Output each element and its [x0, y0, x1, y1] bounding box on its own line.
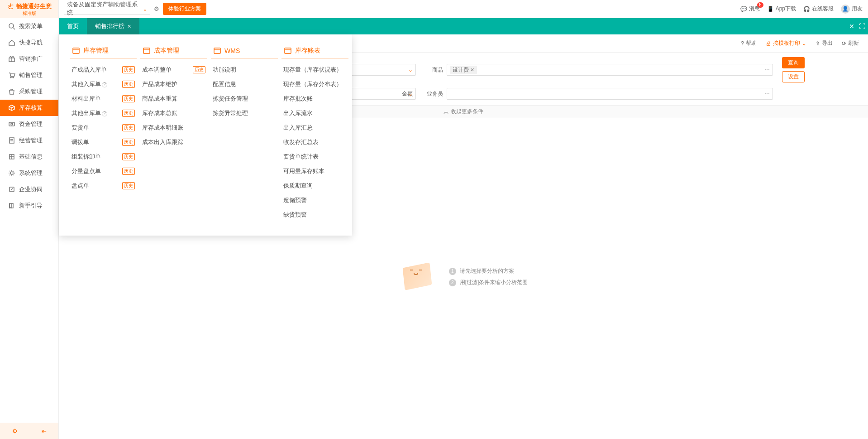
export-link[interactable]: ⇪ 导出: [816, 39, 833, 47]
history-tag[interactable]: 历史: [122, 95, 135, 102]
mega-column-header: 成本管理: [140, 43, 207, 59]
history-tag[interactable]: 历史: [122, 110, 135, 117]
mega-menu-item[interactable]: 成本出入库跟踪: [140, 135, 207, 150]
filter-salesman-input[interactable]: ⋯: [447, 88, 773, 100]
system-select[interactable]: 装备及固定资产辅助管理系统 ⌄: [64, 3, 150, 15]
mega-item-label: 出入库流水: [283, 109, 313, 117]
sidebar-item-data[interactable]: 基础信息: [0, 149, 58, 165]
filter-goods-input[interactable]: 设计费 ✕ ⋯: [447, 64, 773, 76]
brand-block[interactable]: ㄜ 畅捷通好生意 标准版: [0, 0, 58, 18]
industry-plan-button[interactable]: 体验行业方案: [163, 3, 206, 15]
query-button[interactable]: 查询: [782, 57, 805, 68]
mega-menu-item[interactable]: 库存成本总账: [140, 106, 207, 121]
sidebar-item-bag[interactable]: 采购管理: [0, 83, 58, 100]
more-icon[interactable]: ⋯: [764, 91, 770, 97]
history-tag[interactable]: 历史: [122, 124, 135, 131]
collapse-sidebar-icon[interactable]: ⇤: [42, 428, 47, 434]
messages-link[interactable]: 💬 消息 6: [740, 5, 760, 13]
mega-menu-item[interactable]: 盘点单历史: [70, 178, 137, 193]
mega-menu-item[interactable]: 拣货异常处理: [211, 106, 278, 121]
mega-menu-item[interactable]: 库存批次账: [281, 92, 348, 106]
phone-icon: 📱: [767, 6, 774, 12]
mega-menu-item[interactable]: 出入库汇总: [281, 121, 348, 135]
collapse-label: 收起更多条件: [451, 108, 483, 116]
mega-item-label: 成本出入库跟踪: [142, 138, 183, 146]
mega-menu-item[interactable]: 其他出库单?历史: [70, 106, 137, 121]
mega-menu-item[interactable]: 产成品入库单历史: [70, 63, 137, 77]
history-tag[interactable]: 历史: [122, 81, 135, 88]
filter-salesman-label: 业务员: [425, 90, 443, 98]
mega-menu-item[interactable]: 材料出库单历史: [70, 92, 137, 106]
settings-button[interactable]: 设置: [782, 71, 805, 82]
mega-menu-item[interactable]: 组装拆卸单历史: [70, 150, 137, 164]
sidebar-item-search[interactable]: 搜索菜单: [0, 18, 58, 34]
refresh-link[interactable]: ⟳ 刷新: [842, 39, 859, 47]
history-tag[interactable]: 历史: [122, 168, 135, 175]
sidebar-item-home[interactable]: 快捷导航: [0, 34, 58, 51]
more-icon[interactable]: ⋯: [764, 67, 770, 73]
template-print-link[interactable]: 🖨 按模板打印 ⌄: [766, 39, 806, 47]
help-hint-icon[interactable]: ?: [102, 82, 107, 87]
mega-menu-item[interactable]: 现存量（库存分布表）: [281, 77, 348, 92]
tab[interactable]: 销售排行榜✕: [87, 18, 139, 34]
mega-menu-item[interactable]: 缺货预警: [281, 207, 348, 222]
tab-close-icon[interactable]: ✕: [127, 24, 131, 29]
mega-item-label: 现存量（库存状况表）: [283, 66, 342, 74]
help-hint-icon[interactable]: ?: [102, 111, 107, 116]
mega-item-label: 超储预警: [283, 196, 307, 204]
system-settings-icon[interactable]: ⚙: [154, 5, 159, 12]
tag-remove-icon[interactable]: ✕: [470, 67, 474, 73]
tab-fullscreen-icon[interactable]: ⛶: [859, 23, 865, 30]
filter-goods-tag[interactable]: 设计费 ✕: [450, 66, 477, 74]
history-tag[interactable]: 历史: [122, 139, 135, 146]
mega-menu-item[interactable]: 分量盘点单历史: [70, 164, 137, 178]
user-menu[interactable]: 👤 用友: [841, 5, 863, 14]
app-download-label: App下载: [776, 5, 796, 13]
mega-menu-item[interactable]: 功能说明: [211, 63, 278, 77]
mega-menu-item[interactable]: 成本调整单历史: [140, 63, 207, 77]
empty-illustration: [399, 261, 440, 297]
sidebar-item-box[interactable]: 库存核算: [0, 100, 58, 116]
message-badge: 6: [757, 2, 763, 8]
history-tag[interactable]: 历史: [122, 153, 135, 160]
book-icon: [8, 202, 15, 209]
mega-item-label: 出入库汇总: [283, 124, 313, 132]
mega-item-label: 其他入库单?: [72, 80, 107, 88]
money-icon: [8, 121, 15, 128]
help-link[interactable]: ? 帮助: [741, 39, 757, 47]
sidebar-item-gift[interactable]: 营销推广: [0, 51, 58, 67]
tab-close-all-icon[interactable]: ✕: [849, 23, 854, 30]
mega-menu-item[interactable]: 要货单历史: [70, 121, 137, 135]
mega-menu-item[interactable]: 保质期查询: [281, 178, 348, 193]
mega-menu-item[interactable]: 要货单统计表: [281, 150, 348, 164]
sidebar-item-money[interactable]: 资金管理: [0, 116, 58, 132]
mega-menu-item[interactable]: 配置信息: [211, 77, 278, 92]
mega-menu-item[interactable]: 调拨单历史: [70, 135, 137, 150]
sidebar-item-book[interactable]: 新手引导: [0, 198, 58, 214]
history-tag[interactable]: 历史: [193, 66, 205, 73]
app-download-link[interactable]: 📱 App下载: [767, 5, 796, 13]
mega-menu-item[interactable]: 出入库流水: [281, 106, 348, 121]
mega-menu-item[interactable]: 超储预警: [281, 193, 348, 207]
category-icon: [213, 46, 222, 55]
mega-menu-item[interactable]: 现存量（库存状况表）: [281, 63, 348, 77]
mega-menu-item[interactable]: 产品成本维护: [140, 77, 207, 92]
sidebar-item-cart[interactable]: 销售管理: [0, 67, 58, 83]
home-icon: [8, 39, 15, 46]
sidebar-item-link[interactable]: 企业协同: [0, 181, 58, 198]
online-service-link[interactable]: 🎧 在线客服: [803, 5, 834, 13]
mega-menu-item[interactable]: 商品成本重算: [140, 92, 207, 106]
sidebar-item-report[interactable]: 经营管理: [0, 132, 58, 149]
mega-menu-item[interactable]: 其他入库单?历史: [70, 77, 137, 92]
sidebar-item-label: 库存核算: [19, 104, 43, 112]
history-tag[interactable]: 历史: [122, 66, 135, 73]
mega-menu-item[interactable]: 拣货任务管理: [211, 92, 278, 106]
mega-menu-item[interactable]: 可用量库存账本: [281, 164, 348, 178]
step-text: 请先选择要分析的方案: [460, 267, 514, 275]
tab[interactable]: 首页: [59, 18, 87, 34]
history-tag[interactable]: 历史: [122, 182, 135, 189]
settings-gear-icon[interactable]: ⚙: [12, 428, 18, 434]
mega-menu-item[interactable]: 库存成本明细账: [140, 121, 207, 135]
sidebar-item-gear[interactable]: 系统管理: [0, 165, 58, 181]
mega-menu-item[interactable]: 收发存汇总表: [281, 135, 348, 150]
